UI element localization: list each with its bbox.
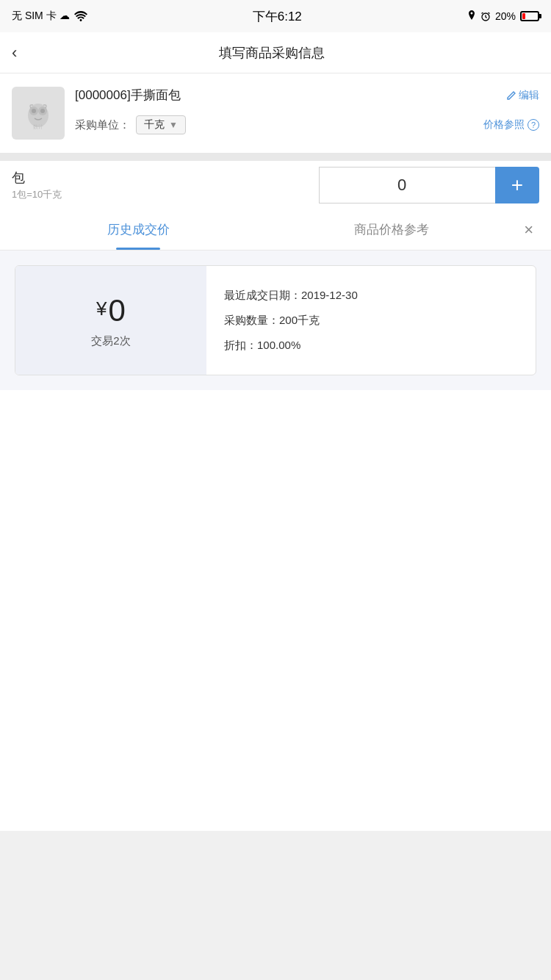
location-icon	[467, 10, 476, 22]
detail-qty-row: 采购数量：200千克	[224, 311, 518, 329]
edit-icon	[506, 90, 516, 101]
panel-close-button[interactable]: ×	[518, 215, 539, 245]
detail-date-row: 最近成交日期：2019-12-30	[224, 287, 518, 304]
nav-bar: ‹ 填写商品采购信息	[0, 32, 551, 73]
status-time: 下午6:12	[253, 8, 302, 25]
tab-active-indicator	[116, 248, 160, 250]
detail-date-label: 最近成交日期：	[224, 289, 301, 301]
quantity-unit-text: 包	[12, 169, 62, 187]
quantity-row: 包 1包=10千克 +	[0, 161, 551, 209]
detail-discount-value: 100.00%	[257, 339, 300, 351]
battery-icon	[520, 11, 539, 21]
svg-point-4	[32, 109, 36, 113]
unit-dropdown-icon: ▼	[169, 120, 178, 130]
detail-discount-row: 折扣：100.00%	[224, 336, 518, 354]
tab-history-price[interactable]: 历史成交价	[12, 209, 265, 250]
detail-qty-label: 采购数量：	[224, 314, 279, 326]
detail-date-value: 2019-12-30	[301, 289, 358, 301]
tab2-label: 商品价格参考	[354, 221, 429, 238]
product-info: [0000006]手撕面包 编辑 采购单位： 千克 ▼ 价格参照 ?	[75, 87, 539, 134]
product-logo-icon: 数计	[20, 95, 57, 131]
unit-selector[interactable]: 千克 ▼	[136, 115, 186, 134]
card-price-section: ¥ 0 交易2次	[15, 266, 206, 375]
bottom-empty-area	[0, 390, 551, 831]
alarm-icon	[480, 11, 491, 21]
unit-value: 千克	[144, 118, 165, 131]
price-number: 0	[109, 293, 126, 328]
transaction-card: ¥ 0 交易2次 最近成交日期：2019-12-30 采购数量：200千克 折扣…	[15, 265, 536, 375]
back-button[interactable]: ‹	[12, 37, 26, 68]
detail-discount-label: 折扣：	[224, 339, 257, 351]
quantity-plus-button[interactable]: +	[495, 167, 539, 203]
section-divider	[0, 154, 551, 161]
status-bar: 无 SIM 卡 ☁ 下午6:12 20%	[0, 0, 551, 32]
quantity-input-wrap: +	[73, 167, 539, 203]
price-ref-label: 价格参照	[483, 118, 525, 131]
panel-area: 历史成交价 商品价格参考 × ¥ 0 交易2次 最近成交日期：2019-12-3…	[0, 209, 551, 390]
wifi-icon	[74, 11, 87, 21]
card-container: ¥ 0 交易2次 最近成交日期：2019-12-30 采购数量：200千克 折扣…	[0, 251, 551, 390]
battery-percent: 20%	[495, 10, 516, 22]
card-detail-section: 最近成交日期：2019-12-30 采购数量：200千克 折扣：100.00%	[206, 266, 536, 375]
product-section: 数计 [0000006]手撕面包 编辑 采购单位： 千克 ▼ 价格参照	[0, 73, 551, 154]
price-symbol: ¥	[96, 298, 107, 320]
card-price-display: ¥ 0	[96, 293, 126, 328]
svg-point-5	[40, 109, 45, 113]
detail-qty-value: 200千克	[279, 314, 320, 326]
tab-product-price[interactable]: 商品价格参考	[265, 209, 519, 250]
page-title: 填写商品采购信息	[26, 44, 517, 62]
product-name: [0000006]手撕面包	[75, 87, 181, 104]
edit-button[interactable]: 编辑	[506, 89, 539, 102]
quantity-conversion-text: 1包=10千克	[12, 188, 62, 201]
quantity-label: 包 1包=10千克	[12, 169, 62, 201]
status-right: 20%	[467, 10, 539, 22]
status-left: 无 SIM 卡 ☁	[12, 10, 87, 23]
tabs-bar: 历史成交价 商品价格参考 ×	[0, 209, 551, 251]
quantity-input[interactable]	[319, 167, 495, 203]
price-reference-link[interactable]: 价格参照 ?	[483, 118, 539, 131]
tab1-label: 历史成交价	[107, 221, 170, 238]
help-icon: ?	[527, 119, 539, 131]
sim-text: 无 SIM 卡 ☁	[12, 10, 70, 23]
product-thumbnail: 数计	[12, 87, 65, 140]
unit-prefix-label: 采购单位：	[75, 118, 130, 132]
trade-count: 交易2次	[91, 334, 130, 348]
svg-text:数计: 数计	[33, 124, 43, 129]
